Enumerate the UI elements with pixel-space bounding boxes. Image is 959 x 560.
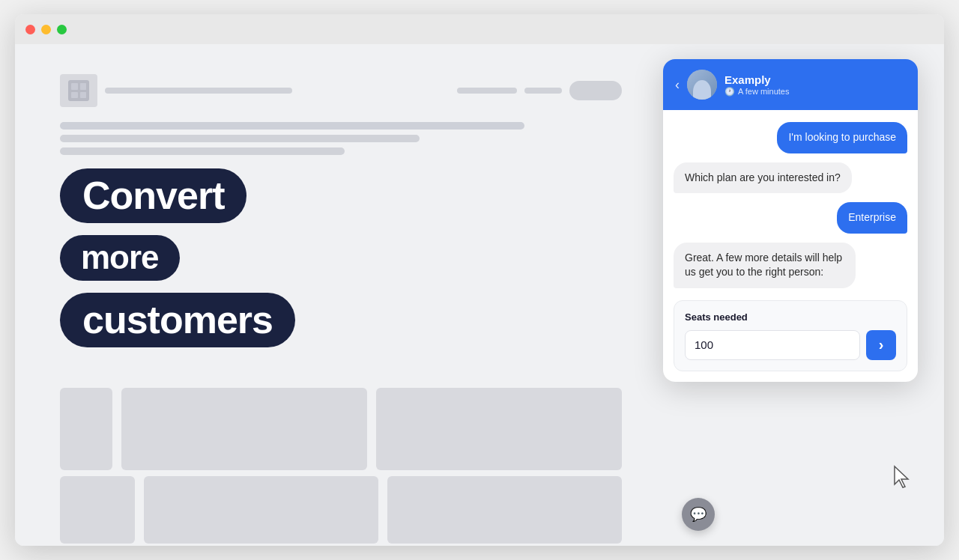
mock-content-lines-top [60, 122, 622, 155]
form-label: Seats needed [685, 311, 896, 323]
form-submit-button[interactable]: › [866, 330, 896, 360]
form-input-row: › [685, 330, 896, 360]
mock-nav-line-1 [105, 88, 292, 94]
seats-input[interactable] [685, 330, 860, 360]
mock-line-1 [60, 122, 524, 130]
mock-nav-pill [569, 81, 622, 100]
mock-block-2 [376, 388, 622, 470]
chat-widget: ‹ Examply 🕐 A few minutes [663, 59, 918, 382]
mock-line-3 [60, 147, 345, 155]
arrow-right-icon: › [879, 336, 884, 353]
mock-blocks-row-1 [60, 388, 622, 470]
headline-area: Convert more customers [60, 168, 622, 355]
chat-header-info: Examply 🕐 A few minutes [724, 73, 906, 97]
chat-status: 🕐 A few minutes [724, 87, 906, 97]
mock-block-4 [387, 476, 622, 544]
headline-line3: customers [60, 293, 295, 347]
mock-block-1 [121, 388, 367, 470]
mock-block-small-2 [60, 476, 135, 544]
mock-block-small [60, 388, 112, 470]
browser-titlebar [15, 14, 944, 44]
mock-line-2 [60, 135, 420, 142]
chat-launcher-button[interactable]: 💬 [682, 498, 715, 531]
traffic-light-close[interactable] [25, 25, 35, 34]
message-3: Enterprise [837, 202, 907, 234]
chat-launcher-icon: 💬 [690, 506, 707, 523]
chat-widget-area: ‹ Examply 🕐 A few minutes [659, 44, 944, 546]
chat-back-button[interactable]: ‹ [675, 77, 680, 93]
clock-icon: 🕐 [724, 87, 735, 97]
message-1: I'm looking to purchase [777, 122, 907, 153]
chat-avatar [687, 70, 717, 100]
chat-agent-name: Examply [724, 73, 906, 86]
mock-nav-line-2 [457, 88, 517, 94]
headline-line2: more [60, 235, 180, 280]
mock-logo-icon [60, 74, 97, 107]
headline-line1: Convert [60, 168, 246, 223]
message-4: Great. A few more details will help us g… [674, 243, 856, 288]
mock-nav [60, 74, 622, 107]
mock-nav-line-3 [524, 88, 562, 94]
chat-form: Seats needed › [674, 300, 907, 371]
mock-blocks-row-2 [60, 476, 622, 544]
traffic-light-minimize[interactable] [41, 25, 51, 34]
traffic-light-maximize[interactable] [57, 25, 67, 34]
chat-header: ‹ Examply 🕐 A few minutes [663, 59, 918, 110]
chat-status-text: A few minutes [738, 87, 789, 96]
browser-content: Convert more customers [15, 44, 944, 546]
browser-window: Convert more customers [15, 14, 944, 546]
message-2: Which plan are you interested in? [674, 162, 852, 194]
chat-messages: I'm looking to purchase Which plan are y… [663, 110, 918, 300]
cursor [892, 465, 916, 492]
mock-block-3 [144, 476, 378, 544]
mock-website: Convert more customers [15, 44, 659, 546]
